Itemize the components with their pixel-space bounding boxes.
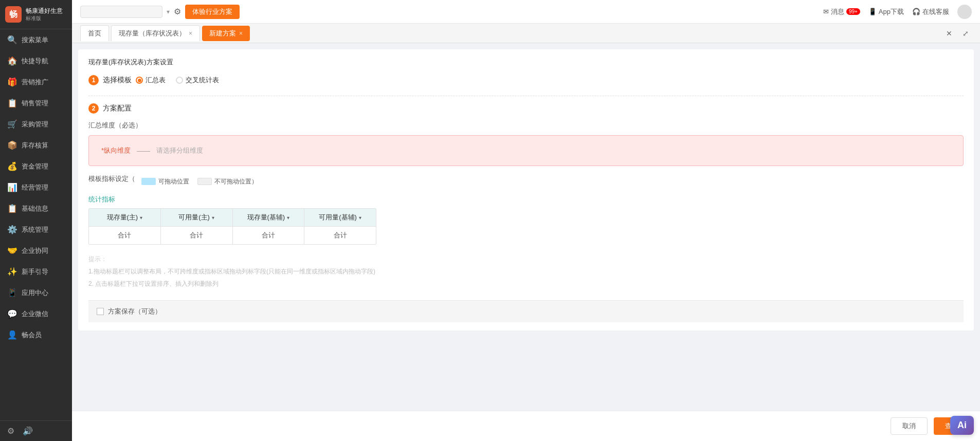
tab-new-plan[interactable]: 新建方案 × (202, 26, 250, 41)
sidebar-item-finance[interactable]: 💰 资金管理 (0, 156, 72, 177)
step1-label: 选择模板 (103, 76, 132, 85)
settings-icon[interactable]: ⚙ (7, 426, 14, 436)
tab-inventory-label: 现存量（库存状况表） (119, 29, 186, 38)
topbar-dropdown-icon[interactable]: ▾ (167, 8, 170, 15)
sidebar-item-enterprise-wechat[interactable]: 💬 企业微信 (0, 303, 72, 324)
tip-1: 1.拖动标题栏可以调整布局，不可跨维度或指标区域拖动列标字段(只能在同一维度或指… (88, 265, 964, 278)
headset-icon: 🎧 (912, 8, 920, 15)
sidebar-label-guide: 新手引导 (22, 267, 48, 277)
main-area: ▾ ⚙ 体验行业方案 ✉ 消息 99+ 📱 App下载 🎧 在线客服 首页 (72, 0, 980, 441)
sidebar-label-wechat: 企业微信 (22, 309, 48, 319)
message-label: 消息 (831, 7, 844, 16)
stats-col-2-label: 可用量(主) (178, 213, 210, 222)
save-label: 方案保存（可选） (108, 307, 161, 316)
stats-col-3-label: 现存量(基辅) (247, 213, 285, 222)
online-service-label: 在线客服 (922, 7, 949, 16)
sidebar-item-operation[interactable]: 📊 经营管理 (0, 177, 72, 198)
sidebar-item-purchase[interactable]: 🛒 采购管理 (0, 114, 72, 135)
tab-close-all-button[interactable]: ✕ (943, 28, 955, 39)
box-icon: 📦 (7, 140, 17, 150)
sidebar-label-quicknav: 快捷导航 (22, 57, 48, 66)
stats-col-1-value: 合计 (118, 231, 131, 240)
online-service-item[interactable]: 🎧 在线客服 (912, 7, 949, 16)
sidebar-item-inventory[interactable]: 📦 库存核算 (0, 135, 72, 156)
sidebar-item-member[interactable]: 👤 畅会员 (0, 324, 72, 345)
sidebar-item-sales[interactable]: 📋 销售管理 (0, 93, 72, 114)
message-icon: ✉ (823, 8, 829, 15)
stats-col-1-header[interactable]: 现存量(主) ▾ (89, 209, 161, 226)
legend-non-draggable-label: 不可拖动位置） (214, 177, 258, 186)
user-avatar[interactable] (957, 5, 972, 19)
dim-section-label: 汇总维度（必选） (88, 121, 964, 130)
message-item[interactable]: ✉ 消息 99+ (823, 7, 860, 16)
sidebar-item-system[interactable]: ⚙️ 系统管理 (0, 219, 72, 240)
sidebar-item-guide[interactable]: ✨ 新手引导 (0, 261, 72, 282)
chat-icon: 💬 (7, 309, 17, 319)
non-draggable-color-box (197, 178, 212, 185)
sidebar-scroll: 🔍 搜索菜单 🏠 快捷导航 🎁 营销推广 📋 销售管理 🛒 采购管理 📦 库存核… (0, 29, 72, 420)
tab-home[interactable]: 首页 (80, 25, 109, 41)
tab-inventory-status[interactable]: 现存量（库存状况表） × (111, 25, 200, 41)
stats-col-3-value: 合计 (262, 231, 275, 240)
tabbar: 首页 现存量（库存状况表） × 新建方案 × ✕ ⤢ (72, 24, 980, 43)
sidebar-item-quick-nav[interactable]: 🏠 快捷导航 (0, 50, 72, 71)
step-divider (88, 96, 964, 96)
topbar-search-input[interactable] (80, 6, 162, 18)
stats-table-body: 合计 合计 合计 合计 (89, 226, 376, 244)
sidebar-label-search: 搜索菜单 (22, 35, 48, 45)
stats-col-4-label: 可用量(基辅) (319, 213, 357, 222)
tab-inventory-close[interactable]: × (189, 30, 192, 37)
stats-title: 统计指标 (88, 195, 964, 204)
step1-num: 1 (88, 75, 99, 85)
sidebar-item-search-menu[interactable]: 🔍 搜索菜单 (0, 29, 72, 50)
tab-expand-button[interactable]: ⤢ (959, 28, 972, 39)
sidebar-item-app-center[interactable]: 📱 应用中心 (0, 282, 72, 303)
gift-icon: 🎁 (7, 77, 17, 87)
page-footer: 取消 查询 (72, 411, 980, 441)
stats-col-3-body: 合计 (233, 227, 305, 244)
sidebar-item-cooperation[interactable]: 🤝 企业协同 (0, 240, 72, 261)
info-icon: 📋 (7, 204, 17, 213)
phone-icon: 📱 (7, 288, 17, 298)
step1-header: 1 选择模板 汇总表 交叉统计表 (88, 75, 964, 85)
stats-col-3-header[interactable]: 现存量(基辅) ▾ (233, 209, 305, 226)
topbar-right: ✉ 消息 99+ 📱 App下载 🎧 在线客服 (823, 5, 972, 19)
col2-chevron-icon: ▾ (212, 215, 214, 220)
app-download-item[interactable]: 📱 App下载 (868, 7, 904, 16)
cancel-button[interactable]: 取消 (891, 417, 928, 435)
stats-col-4-header[interactable]: 可用量(基辅) ▾ (304, 209, 376, 226)
dimension-box[interactable]: *纵向维度 —— 请选择分组维度 (88, 135, 964, 166)
stats-table: 现存量(主) ▾ 可用量(主) ▾ 现存量(基辅) ▾ (88, 208, 376, 245)
tips-title: 提示： (88, 255, 107, 263)
radio-cross-circle (176, 77, 183, 84)
radio-summary[interactable]: 汇总表 (136, 76, 166, 85)
sidebar-item-basic-info[interactable]: 📋 基础信息 (0, 198, 72, 219)
stats-col-2-header[interactable]: 可用量(主) ▾ (161, 209, 233, 226)
legend-draggable-label: 可拖动位置 (158, 177, 189, 186)
cart-icon: 🛒 (7, 119, 17, 129)
brand: 畅 畅康通好生意 标准版 (0, 0, 72, 29)
tab-home-label: 首页 (88, 29, 101, 38)
step2-section: 2 方案配置 汇总维度（必选） *纵向维度 —— 请选择分组维度 模板指标设定（ (88, 103, 964, 290)
tab-new-close[interactable]: × (239, 30, 243, 37)
radio-cross[interactable]: 交叉统计表 (176, 76, 219, 85)
sidebar-label-cooperation: 企业协同 (22, 246, 48, 255)
template-radio-group: 汇总表 交叉统计表 (136, 76, 219, 85)
topbar-gear-icon[interactable]: ⚙ (174, 7, 181, 16)
stats-col-1-label: 现存量(主) (107, 213, 138, 222)
step2-label: 方案配置 (103, 104, 132, 113)
sidebar-label-purchase: 采购管理 (22, 120, 48, 129)
stats-col-1-body: 合计 (89, 227, 161, 244)
app-download-label: App下载 (879, 7, 904, 16)
stats-col-4-body: 合计 (304, 227, 376, 244)
volume-icon[interactable]: 🔊 (23, 426, 33, 436)
indicator-config-label: 模板指标设定（ (88, 174, 135, 183)
radio-summary-label: 汇总表 (146, 76, 166, 85)
handshake-icon: 🤝 (7, 246, 17, 255)
save-checkbox[interactable] (97, 308, 104, 315)
sidebar-item-marketing[interactable]: 🎁 营销推广 (0, 71, 72, 93)
ai-badge[interactable]: Ai (950, 416, 974, 435)
trial-industry-button[interactable]: 体验行业方案 (185, 5, 240, 19)
step2-header: 2 方案配置 (88, 103, 964, 114)
stats-col-2-body: 合计 (161, 227, 233, 244)
